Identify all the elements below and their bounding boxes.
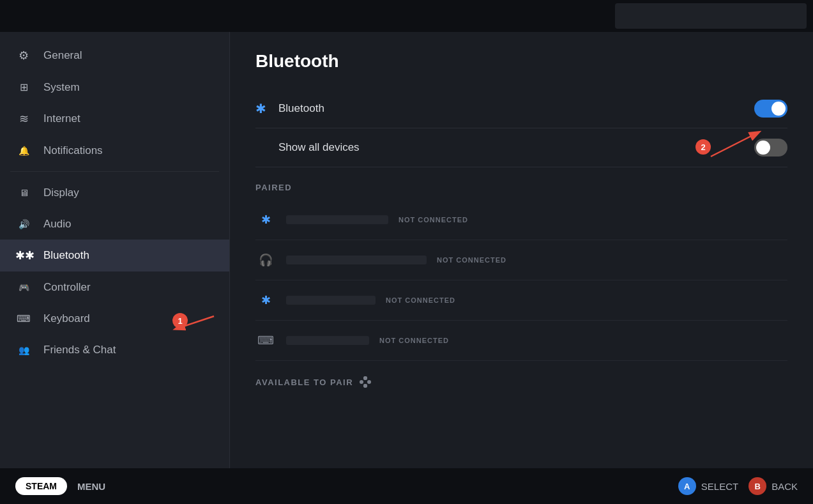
sidebar-item-controller[interactable]: Controller	[0, 271, 229, 303]
top-bar	[0, 0, 813, 32]
sidebar-label-system: System	[43, 81, 80, 94]
select-label: SELECT	[701, 481, 738, 492]
device-2-icon: 🎧	[255, 250, 276, 270]
available-section-header: AVAILABLE TO PAIR	[255, 376, 787, 388]
sidebar-item-audio[interactable]: Audio	[0, 208, 229, 240]
sidebar-label-notifications: Notifications	[43, 144, 103, 157]
sidebar-item-friends[interactable]: Friends & Chat	[0, 334, 229, 365]
bottom-bar: STEAM MENU A SELECT B BACK	[0, 468, 813, 504]
sidebar-label-display: Display	[43, 187, 79, 199]
sidebar-item-internet[interactable]: Internet	[0, 103, 229, 135]
scanning-spinner	[360, 376, 371, 388]
device-2-status: NOT CONNECTED	[437, 256, 506, 264]
device-1-name	[286, 215, 388, 224]
device-3-name	[286, 296, 376, 305]
bluetooth-toggle-label: Bluetooth	[278, 102, 754, 115]
main-content: Bluetooth ✱ Bluetooth Show all devices P…	[230, 32, 813, 468]
b-button[interactable]: B	[748, 477, 766, 495]
available-header-text: AVAILABLE TO PAIR	[255, 378, 353, 387]
spinner-dot-4	[363, 384, 367, 388]
a-button-label: A	[684, 482, 690, 491]
main-layout: General System Internet Notifications Di…	[0, 32, 813, 468]
keyboard-icon	[15, 312, 32, 325]
sidebar-item-system[interactable]: System	[0, 72, 229, 103]
bluetooth-toggle[interactable]	[754, 100, 787, 118]
sidebar-item-general[interactable]: General	[0, 40, 229, 72]
spinner-dot-3	[363, 376, 367, 380]
controller-icon	[15, 280, 32, 294]
bell-icon	[15, 144, 32, 157]
show-all-devices-toggle[interactable]	[754, 139, 787, 157]
sidebar-label-internet: Internet	[43, 112, 80, 125]
annotation-badge-2: 2	[695, 139, 711, 155]
sidebar-item-keyboard[interactable]: Keyboard	[0, 303, 229, 334]
sidebar-item-display[interactable]: Display	[0, 177, 229, 208]
audio-icon	[15, 217, 32, 231]
select-action: A SELECT	[678, 477, 738, 495]
friends-icon	[15, 343, 32, 356]
sidebar-item-notifications[interactable]: Notifications	[0, 135, 229, 166]
bluetooth-toggle-row: ✱ Bluetooth	[255, 89, 787, 128]
back-label: BACK	[771, 481, 798, 492]
device-3-status: NOT CONNECTED	[386, 296, 455, 304]
device-row-3[interactable]: ✱ NOT CONNECTED	[255, 280, 787, 321]
display-icon	[15, 186, 32, 199]
sidebar-label-audio: Audio	[43, 218, 71, 231]
show-all-devices-toggle-knob	[756, 141, 770, 155]
device-2-name	[286, 256, 427, 264]
device-1-icon: ✱	[255, 210, 276, 230]
sidebar-label-friends: Friends & Chat	[43, 344, 116, 356]
bluetooth-sidebar-icon: ✱	[15, 248, 32, 263]
device-3-icon: ✱	[255, 290, 276, 310]
monitor-icon	[15, 80, 32, 94]
device-4-icon: ⌨	[255, 330, 276, 351]
device-row-4[interactable]: ⌨ NOT CONNECTED	[255, 321, 787, 361]
steam-button[interactable]: STEAM	[15, 477, 67, 495]
show-all-devices-label: Show all devices	[278, 141, 754, 154]
sidebar-divider	[10, 171, 219, 172]
spinner-dot-2	[367, 380, 371, 384]
a-button[interactable]: A	[678, 477, 696, 495]
b-button-label: B	[754, 482, 760, 491]
annotation-badge-1: 1	[172, 313, 188, 328]
device-4-name	[286, 336, 369, 345]
device-1-status: NOT CONNECTED	[399, 216, 468, 224]
sidebar: General System Internet Notifications Di…	[0, 32, 230, 468]
device-row-2[interactable]: 🎧 NOT CONNECTED	[255, 240, 787, 280]
sidebar-item-bluetooth[interactable]: ✱ Bluetooth	[0, 240, 229, 271]
sidebar-label-general: General	[43, 49, 82, 62]
paired-section-header: PAIRED	[255, 183, 787, 192]
bluetooth-toggle-knob	[771, 102, 786, 116]
gear-icon	[15, 49, 32, 63]
top-bar-thumbnail	[615, 3, 807, 29]
page-title: Bluetooth	[255, 51, 787, 72]
sidebar-label-controller: Controller	[43, 281, 91, 294]
menu-label: MENU	[77, 481, 105, 492]
device-row-1[interactable]: ✱ NOT CONNECTED	[255, 200, 787, 240]
device-4-status: NOT CONNECTED	[379, 337, 449, 344]
spinner-dot-1	[360, 380, 363, 384]
sidebar-label-bluetooth: Bluetooth	[43, 249, 89, 262]
back-action: B BACK	[748, 477, 798, 495]
bluetooth-row-icon: ✱	[255, 101, 278, 116]
wifi-icon	[15, 112, 32, 126]
sidebar-label-keyboard: Keyboard	[43, 312, 90, 325]
